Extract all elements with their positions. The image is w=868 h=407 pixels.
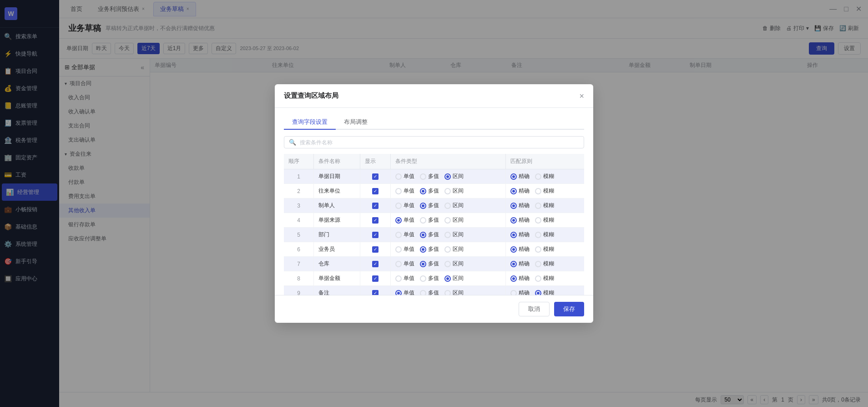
config-table: 顺序 条件名称 显示 条件类型 匹配原则 1单据日期✓单值多值区间精确模糊2往来… [284, 154, 584, 295]
radio-match-fuzzy-circle [535, 188, 541, 194]
radio-match-fuzzy[interactable]: 模糊 [535, 260, 554, 268]
radio-multi[interactable]: 多值 [420, 275, 439, 282]
show-checkbox[interactable]: ✓ [372, 203, 378, 209]
radio-match-fuzzy-circle [535, 217, 541, 224]
cell-show[interactable]: ✓ [360, 286, 391, 295]
radio-range[interactable]: 区间 [444, 216, 464, 224]
modal-search-box[interactable]: 🔍 [284, 136, 584, 148]
radio-multi[interactable]: 多值 [420, 231, 439, 239]
modal-search-input[interactable] [300, 139, 579, 146]
cancel-button[interactable]: 取消 [519, 302, 550, 316]
modal-tab-field-settings[interactable]: 查询字段设置 [284, 115, 336, 130]
cell-order: 3 [284, 198, 314, 213]
radio-match-exact[interactable]: 精确 [510, 289, 530, 295]
radio-match-exact[interactable]: 精确 [510, 187, 530, 195]
radio-match-fuzzy-circle [535, 246, 541, 253]
radio-single[interactable]: 单值 [395, 245, 414, 253]
save-button[interactable]: 保存 [554, 302, 584, 316]
show-checkbox[interactable]: ✓ [372, 261, 378, 267]
modal-title: 设置查询区域布局 [284, 92, 338, 100]
show-checkbox[interactable]: ✓ [372, 188, 378, 194]
radio-match-exact[interactable]: 精确 [510, 245, 530, 253]
radio-multi-circle [420, 261, 426, 267]
modal-close-btn[interactable]: × [579, 92, 584, 100]
radio-match-exact[interactable]: 精确 [510, 275, 530, 282]
radio-match-fuzzy[interactable]: 模糊 [535, 289, 554, 295]
radio-range-circle [444, 217, 451, 224]
cell-show[interactable]: ✓ [360, 198, 391, 213]
cell-show[interactable]: ✓ [360, 271, 391, 286]
radio-match-fuzzy[interactable]: 模糊 [535, 275, 554, 282]
cell-show[interactable]: ✓ [360, 242, 391, 257]
cell-show[interactable]: ✓ [360, 169, 391, 184]
show-checkbox[interactable]: ✓ [372, 232, 378, 238]
radio-range[interactable]: 区间 [444, 187, 464, 195]
cell-show[interactable]: ✓ [360, 228, 391, 242]
radio-range-circle [444, 246, 451, 253]
radio-multi[interactable]: 多值 [420, 202, 439, 209]
radio-match-exact[interactable]: 精确 [510, 260, 530, 268]
cell-show[interactable]: ✓ [360, 257, 391, 271]
radio-range[interactable]: 区间 [444, 173, 464, 180]
radio-match-fuzzy[interactable]: 模糊 [535, 231, 554, 239]
radio-single[interactable]: 单值 [395, 289, 414, 295]
radio-single[interactable]: 单值 [395, 173, 414, 180]
cell-order: 5 [284, 228, 314, 242]
cell-match: 精确模糊 [506, 242, 584, 257]
radio-match-fuzzy[interactable]: 模糊 [535, 245, 554, 253]
radio-range-circle [444, 290, 451, 295]
cell-show[interactable]: ✓ [360, 184, 391, 198]
radio-match-exact[interactable]: 精确 [510, 216, 530, 224]
radio-multi-circle [420, 173, 426, 180]
radio-multi[interactable]: 多值 [420, 245, 439, 253]
radio-match-fuzzy[interactable]: 模糊 [535, 173, 554, 180]
radio-range[interactable]: 区间 [444, 231, 464, 239]
radio-match-fuzzy[interactable]: 模糊 [535, 216, 554, 224]
radio-single[interactable]: 单值 [395, 202, 414, 209]
modal-tab-layout[interactable]: 布局调整 [336, 115, 376, 130]
radio-range-circle [444, 232, 451, 238]
radio-match-exact-circle [510, 261, 517, 267]
radio-single[interactable]: 单值 [395, 187, 414, 195]
radio-match-exact[interactable]: 精确 [510, 173, 530, 180]
th-name: 条件名称 [314, 154, 360, 169]
show-checkbox[interactable]: ✓ [372, 275, 378, 282]
table-row: 6业务员✓单值多值区间精确模糊 [284, 242, 584, 257]
radio-multi-circle [420, 203, 426, 209]
cell-show[interactable]: ✓ [360, 213, 391, 228]
show-checkbox[interactable]: ✓ [372, 290, 378, 295]
radio-multi-circle [420, 290, 426, 295]
radio-single[interactable]: 单值 [395, 231, 414, 239]
cell-condition-type: 单值多值区间 [391, 257, 506, 271]
cell-condition-type: 单值多值区间 [391, 169, 506, 184]
radio-range[interactable]: 区间 [444, 289, 464, 295]
radio-single[interactable]: 单值 [395, 260, 414, 268]
radio-match-exact[interactable]: 精确 [510, 231, 530, 239]
radio-match-fuzzy-circle [535, 290, 541, 295]
radio-match-exact-circle [510, 203, 517, 209]
cell-order: 8 [284, 271, 314, 286]
show-checkbox[interactable]: ✓ [372, 217, 378, 224]
radio-single[interactable]: 单值 [395, 216, 414, 224]
cell-condition-type: 单值多值区间 [391, 242, 506, 257]
radio-multi[interactable]: 多值 [420, 289, 439, 295]
radio-multi[interactable]: 多值 [420, 187, 439, 195]
radio-match-fuzzy[interactable]: 模糊 [535, 202, 554, 209]
radio-multi[interactable]: 多值 [420, 173, 439, 180]
radio-range[interactable]: 区间 [444, 202, 464, 209]
radio-range[interactable]: 区间 [444, 245, 464, 253]
radio-match-exact[interactable]: 精确 [510, 202, 530, 209]
show-checkbox[interactable]: ✓ [372, 173, 378, 180]
radio-multi[interactable]: 多值 [420, 216, 439, 224]
radio-match-fuzzy[interactable]: 模糊 [535, 187, 554, 195]
config-table-body: 1单据日期✓单值多值区间精确模糊2往来单位✓单值多值区间精确模糊3制单人✓单值多… [284, 169, 584, 295]
modal-overlay: 设置查询区域布局 × 查询字段设置 布局调整 🔍 顺序 [0, 0, 868, 407]
radio-range[interactable]: 区间 [444, 275, 464, 282]
cell-name: 部门 [314, 228, 360, 242]
cell-match: 精确模糊 [506, 169, 584, 184]
show-checkbox[interactable]: ✓ [372, 246, 378, 253]
radio-single[interactable]: 单值 [395, 275, 414, 282]
radio-multi[interactable]: 多值 [420, 260, 439, 268]
radio-multi-circle [420, 232, 426, 238]
radio-range[interactable]: 区间 [444, 260, 464, 268]
